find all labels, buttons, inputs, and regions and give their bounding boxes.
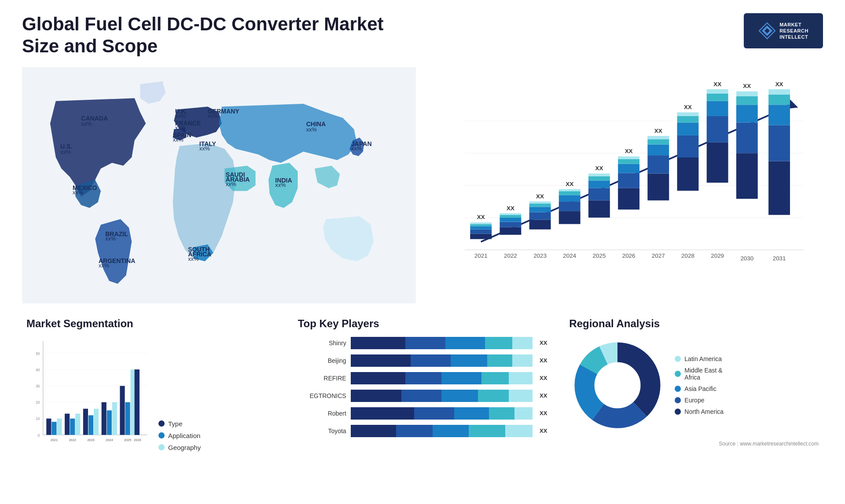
value-southafrica: xx% [188, 256, 198, 262]
svg-text:2021: 2021 [51, 438, 58, 442]
player-name-robert: Robert [298, 410, 346, 417]
player-row-egtronics: EGTRONICS XX [298, 390, 547, 402]
player-row-beijing: Beijing XX [298, 354, 547, 367]
svg-rect-22 [500, 213, 521, 215]
value-germany: xx% [208, 113, 218, 119]
svg-rect-26 [529, 212, 551, 219]
svg-rect-42 [588, 176, 610, 181]
value-uk: xx% [175, 113, 186, 119]
svg-rect-60 [677, 157, 699, 191]
svg-rect-36 [559, 189, 580, 191]
svg-rect-49 [618, 159, 639, 164]
svg-rect-75 [736, 122, 758, 153]
key-players-title: Top Key Players [298, 318, 547, 330]
svg-text:2024: 2024 [563, 252, 576, 259]
header: Global Fuel Cell DC-DC Converter Market … [22, 13, 823, 58]
svg-rect-47 [618, 173, 639, 188]
svg-rect-55 [647, 144, 669, 155]
svg-rect-18 [500, 227, 521, 235]
svg-text:0: 0 [38, 433, 40, 437]
svg-rect-21 [500, 215, 521, 217]
svg-text:XX: XX [595, 165, 603, 172]
svg-text:XX: XX [536, 193, 544, 200]
svg-rect-14 [470, 224, 492, 226]
svg-rect-110 [88, 415, 93, 435]
svg-text:2022: 2022 [504, 252, 517, 259]
svg-rect-109 [83, 409, 88, 435]
player-name-toyota: Toyota [298, 427, 346, 435]
svg-text:20: 20 [36, 400, 40, 405]
logo-icon [758, 22, 776, 40]
svg-rect-61 [677, 135, 699, 157]
svg-text:2030: 2030 [740, 255, 753, 262]
svg-text:2024: 2024 [106, 438, 113, 442]
svg-text:10: 10 [36, 416, 40, 421]
svg-rect-83 [768, 95, 790, 105]
logo-area: MARKET RESEARCH INTELLECT [744, 13, 823, 48]
value-saudi: xx% [226, 181, 236, 187]
svg-rect-77 [736, 96, 758, 105]
svg-rect-29 [529, 201, 551, 204]
svg-rect-54 [647, 155, 669, 174]
segmentation-title: Market Segmentation [26, 318, 276, 330]
svg-rect-84 [768, 89, 790, 95]
svg-rect-48 [618, 164, 639, 173]
svg-text:30: 30 [36, 384, 40, 388]
svg-text:XX: XX [713, 80, 721, 87]
svg-rect-35 [559, 191, 580, 195]
player-row-robert: Robert XX [298, 407, 547, 420]
svg-rect-67 [707, 142, 728, 183]
svg-rect-39 [588, 200, 610, 217]
svg-text:XX: XX [507, 205, 514, 211]
svg-text:2027: 2027 [652, 252, 665, 259]
legend-geography: Geography [158, 444, 201, 451]
legend-asia-pacific: Asia Pacific [675, 385, 724, 392]
svg-rect-78 [736, 91, 758, 96]
source-text: Source : www.marketresearchintellect.com [569, 441, 819, 447]
value-spain: xx% [173, 136, 184, 143]
legend-application: Application [158, 432, 201, 439]
svg-rect-114 [107, 410, 112, 435]
player-bar-robert [351, 407, 533, 420]
svg-text:2028: 2028 [681, 252, 694, 259]
svg-rect-32 [559, 211, 580, 224]
svg-rect-43 [588, 173, 610, 176]
player-row-toyota: Toyota XX [298, 425, 547, 437]
player-name-shinry: Shinry [298, 340, 346, 347]
player-bar-egtronics [351, 390, 533, 402]
player-value-egtronics: XX [540, 392, 547, 399]
svg-rect-56 [647, 139, 669, 144]
svg-rect-69 [707, 101, 728, 116]
svg-text:2025: 2025 [592, 252, 606, 259]
svg-rect-115 [112, 402, 117, 435]
svg-rect-12 [470, 229, 492, 234]
svg-rect-117 [120, 386, 125, 435]
legend-latin-america: Latin America [675, 355, 724, 362]
svg-rect-71 [707, 89, 728, 94]
svg-rect-50 [618, 156, 639, 159]
svg-rect-62 [677, 122, 699, 135]
svg-rect-76 [736, 105, 758, 122]
value-mexico: xx% [73, 189, 83, 196]
svg-text:2026: 2026 [134, 438, 141, 442]
svg-rect-118 [125, 402, 130, 435]
regional-legend: Latin America Middle East &Africa Asia P… [675, 355, 724, 415]
value-italy: xx% [199, 145, 210, 152]
svg-rect-57 [647, 136, 669, 139]
player-bar-refire [351, 372, 533, 384]
world-map-svg: CANADA xx% U.S. xx% MEXICO xx% BRAZIL xx… [22, 66, 416, 304]
svg-rect-82 [768, 105, 790, 125]
svg-rect-53 [647, 173, 669, 200]
svg-text:XX: XX [477, 214, 485, 220]
svg-rect-68 [707, 116, 728, 142]
value-china: xx% [306, 126, 317, 133]
player-value-refire: XX [540, 375, 547, 381]
key-players-panel: Top Key Players Shinry XX Beijing [294, 313, 552, 456]
player-row-refire: REFIRE XX [298, 372, 547, 384]
svg-rect-11 [470, 234, 492, 239]
regional-donut-chart [569, 337, 666, 434]
player-bar-shinry [351, 337, 533, 349]
svg-rect-105 [65, 413, 70, 435]
player-row-shinry: Shinry XX [298, 337, 547, 349]
value-canada: xx% [81, 121, 92, 127]
